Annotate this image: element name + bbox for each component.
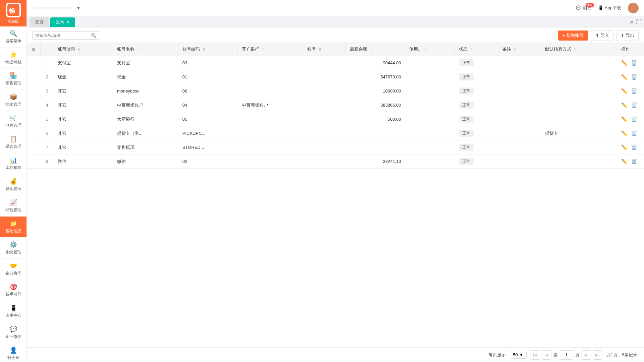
delete-icon[interactable]: 🗑️ <box>631 60 637 66</box>
tab-close-all-icon[interactable]: ✕ <box>630 19 634 25</box>
top-header-left: ▼ <box>32 6 80 10</box>
prev-page-button[interactable]: ◀ <box>542 350 551 360</box>
delete-icon[interactable]: 🗑️ <box>631 88 637 94</box>
per-page-select[interactable]: 50 ▼ <box>510 351 526 359</box>
main-container: ▼ 💬 消息 99+ 📱 App下载 首页 账号 ✕ ✕ ⛶ <box>27 0 644 362</box>
sidebar-item-retail-mgmt[interactable]: 🏪 零售管理 <box>0 69 26 90</box>
row-remark <box>498 140 541 155</box>
sidebar-item-app-center[interactable]: 📱 应用中心 <box>0 301 26 322</box>
next-page-button[interactable]: ▶ <box>582 350 591 360</box>
home-tab-label: 首页 <box>35 19 44 25</box>
tab-close-icon[interactable]: ✕ <box>66 20 70 24</box>
sidebar-item-search-menu[interactable]: 🔍 搜索菜单 <box>0 26 26 48</box>
status-badge: 正常 <box>459 130 474 137</box>
edit-icon[interactable]: ✏️ <box>621 144 628 150</box>
col-remark[interactable]: 备注 ⇅ <box>498 43 541 56</box>
search-icon[interactable]: 🔍 <box>91 33 96 38</box>
row-settings <box>27 140 40 155</box>
tab-account[interactable]: 账号 ✕ <box>50 17 75 27</box>
row-account <box>303 98 346 112</box>
row-index: 5 <box>40 112 54 126</box>
edit-icon[interactable]: ✏️ <box>621 116 628 122</box>
row-status: 正常 <box>455 98 498 112</box>
wholesale-mgmt-icon: 📦 <box>10 93 17 101</box>
delete-icon[interactable]: 🗑️ <box>631 159 637 165</box>
row-balance <box>346 126 405 140</box>
row-bank <box>238 84 303 98</box>
sidebar-item-wholesale-mgmt[interactable]: 📦 批发管理 <box>0 90 26 111</box>
logo-text: 乐惠版 <box>8 19 19 24</box>
row-actions: ✏️ 🗑️ <box>617 98 644 112</box>
edit-icon[interactable]: ✏️ <box>621 60 628 66</box>
delete-icon[interactable]: 🗑️ <box>631 102 637 108</box>
row-status: 正常 <box>455 84 498 98</box>
page-input[interactable] <box>560 350 573 360</box>
row-usage <box>405 112 455 126</box>
sidebar-item-purchase-mgmt[interactable]: 📋 采购管理 <box>0 132 26 153</box>
delete-icon[interactable]: 🗑️ <box>631 130 637 136</box>
chevron-down-icon: ▼ <box>519 352 524 357</box>
col-bank[interactable]: 开户银行 ⇅ <box>238 43 303 56</box>
row-type: 现金 <box>54 70 113 84</box>
col-type[interactable]: 账号类型 ⇅ <box>54 43 113 56</box>
sidebar-item-basic-info[interactable]: 📁 基础信息 <box>0 217 26 238</box>
edit-icon[interactable]: ✏️ <box>621 74 628 80</box>
search-input[interactable] <box>35 33 91 38</box>
import-button[interactable]: ⬆ 导入 <box>591 30 613 41</box>
row-balance: 10000.00 <box>346 84 405 98</box>
sidebar-item-finance-mgmt[interactable]: 💰 资金管理 <box>0 174 26 195</box>
first-page-button[interactable]: |◀ <box>531 350 540 360</box>
tab-home[interactable]: 首页 <box>30 17 49 27</box>
user-avatar[interactable] <box>628 3 639 13</box>
sidebar-item-ecommerce-mgmt[interactable]: 🛒 电商管理 <box>0 111 26 132</box>
delete-icon[interactable]: 🗑️ <box>631 116 637 122</box>
col-index <box>40 43 54 56</box>
row-code: 04 <box>178 98 238 112</box>
col-action: 操作 <box>617 43 644 56</box>
account-tab-label: 账号 <box>56 19 64 25</box>
col-balance[interactable]: 最新余额 ⇅ <box>346 43 405 56</box>
message-button[interactable]: 💬 消息 99+ <box>576 5 591 11</box>
last-page-button[interactable]: ▶| <box>593 350 602 360</box>
app-download-button[interactable]: 📱 App下载 <box>598 5 621 11</box>
sidebar-item-ops-mgmt[interactable]: 📈 经营管理 <box>0 195 26 217</box>
row-usage <box>405 140 455 155</box>
row-remark <box>498 70 541 84</box>
page-suffix: 页 <box>575 352 580 358</box>
export-button[interactable]: ⬇ 导出 <box>616 30 639 41</box>
row-usage <box>405 70 455 84</box>
col-status[interactable]: 状态 ⇅ <box>455 43 498 56</box>
sidebar-item-label: 基础信息 <box>5 228 21 234</box>
dropdown-button[interactable]: ▼ <box>76 6 80 10</box>
edit-icon[interactable]: ✏️ <box>621 159 628 165</box>
sidebar-item-member[interactable]: 👤 畅会员 <box>0 343 26 362</box>
col-usage[interactable]: 使用... ⇅ <box>405 43 455 56</box>
add-account-button[interactable]: + 新增账号 <box>558 31 588 41</box>
edit-icon[interactable]: ✏️ <box>621 88 628 94</box>
sidebar-item-inventory[interactable]: 📊 库存核算 <box>0 153 26 174</box>
tab-expand-icon[interactable]: ⛶ <box>636 19 641 25</box>
col-code[interactable]: 账号编码 ⇅ <box>178 43 238 56</box>
sidebar-item-sys-mgmt[interactable]: ⚙️ 系统管理 <box>0 238 26 259</box>
sidebar-item-enterprise-wechat[interactable]: 💬 企业微信 <box>0 322 26 343</box>
retail-mgmt-icon: 🏪 <box>10 72 17 79</box>
edit-icon[interactable]: ✏️ <box>621 102 628 108</box>
sidebar-item-enterprise-agreement[interactable]: 🤝 企业协同 <box>0 259 26 280</box>
sidebar-item-quick-nav[interactable]: ⭐ 快捷导航 <box>0 48 26 69</box>
row-actions: ✏️ 🗑️ <box>617 112 644 126</box>
col-account[interactable]: 账号 ⇅ <box>303 43 346 56</box>
delete-icon[interactable]: 🗑️ <box>631 144 637 150</box>
row-default-payment: 提货卡 <box>541 126 617 140</box>
table-row: 8 微信 微信 02 28241.10 正常 ✏️ 🗑️ <box>27 155 644 169</box>
col-default-payment[interactable]: 默认结算方式 ⇅ <box>541 43 617 56</box>
export-label: 导出 <box>626 33 634 39</box>
edit-icon[interactable]: ✏️ <box>621 130 628 136</box>
delete-icon[interactable]: 🗑️ <box>631 74 637 80</box>
row-bank <box>238 56 303 70</box>
page-content: 🔍 + 新增账号 ⬆ 导入 ⬇ 导出 ⚙ <box>27 28 644 362</box>
col-settings[interactable]: ⚙ <box>27 43 40 56</box>
row-name: moneybosx <box>113 84 178 98</box>
row-code: 03 <box>178 56 238 70</box>
sidebar-item-beginner-guide[interactable]: 🎯 新手引导 <box>0 280 26 301</box>
col-name[interactable]: 账号名称 ⇅ <box>113 43 178 56</box>
